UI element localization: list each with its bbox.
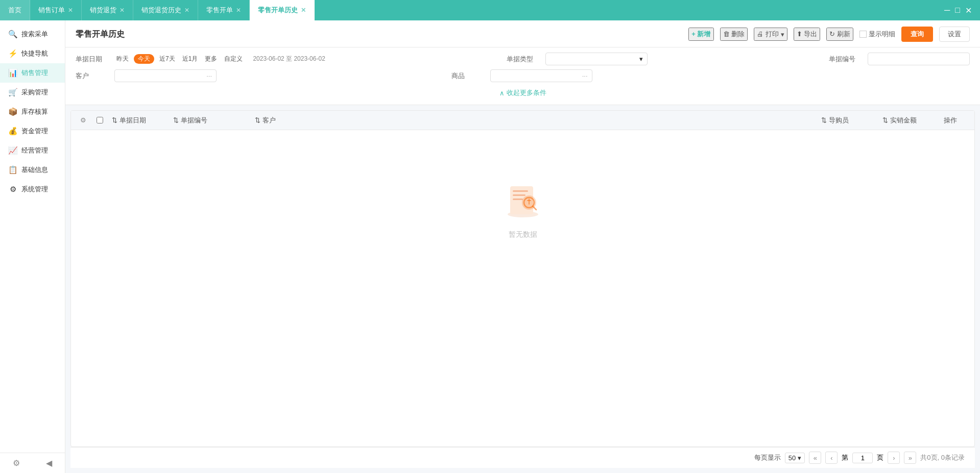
page-number-input[interactable] [852, 453, 873, 463]
tab-retail-open[interactable]: 零售开单 ✕ [198, 0, 250, 20]
table-area: ⚙ ⇅ 单据日期 ⇅ 单据编号 ⇅ 客户 ⇅ [70, 110, 975, 447]
doc-type-select[interactable]: ▾ [545, 53, 648, 65]
close-tab-sales-order[interactable]: ✕ [68, 7, 73, 14]
tab-home[interactable]: 首页 [0, 0, 30, 20]
toolbar: + 新增 🗑 删除 🖨 打印 ▾ ⬆ 导出 ↻ 刷新 [688, 27, 970, 42]
operation-icon: 📈 [8, 146, 17, 155]
page-label: 页 [877, 453, 883, 462]
query-button[interactable]: 查询 [901, 27, 933, 42]
page-title-row: 零售开单历史 + 新增 🗑 删除 🖨 打印 ▾ ⬆ 导出 [76, 27, 970, 42]
sidebar-item-finance[interactable]: 💰 资金管理 [0, 121, 65, 141]
select-all-checkbox[interactable] [91, 117, 108, 123]
sidebar-item-system[interactable]: ⚙ 系统管理 [0, 180, 65, 199]
close-tab-sales-return[interactable]: ✕ [119, 7, 125, 14]
doc-num-label: 单据编号 [829, 55, 859, 64]
sidebar-item-sales[interactable]: 📊 销售管理 [0, 63, 65, 83]
tab-bar: 首页 销售订单 ✕ 销货退货 ✕ 销货退货历史 ✕ 零售开单 ✕ 零售开单历史 … [0, 0, 944, 20]
print-arrow-icon: ▾ [781, 31, 784, 38]
delete-button[interactable]: 🗑 删除 [720, 28, 748, 41]
date-opt-more[interactable]: 更多 [203, 54, 219, 64]
date-label: 单据日期 [76, 55, 106, 64]
sidebar-bottom: ⚙ ◀ [0, 453, 65, 473]
page-title: 零售开单历史 [76, 29, 125, 40]
tab-retail-history[interactable]: 零售开单历史 ✕ [250, 0, 315, 20]
add-button[interactable]: + 新增 [688, 28, 713, 41]
close-tab-retail-history[interactable]: ✕ [301, 7, 306, 14]
svg-rect-4 [513, 198, 523, 200]
show-detail-checkbox[interactable] [859, 31, 867, 38]
close-tab-sales-return-history[interactable]: ✕ [184, 7, 189, 14]
date-opt-last1month[interactable]: 近1月 [180, 54, 200, 64]
sales-icon: 📊 [8, 68, 17, 78]
select-all-input[interactable] [97, 117, 103, 123]
filter-row-1: 单据日期 昨天 今天 近7天 近1月 更多 自定义 2023-06-02 至 2… [76, 53, 970, 65]
col-header-action: 操作 [940, 116, 970, 125]
print-button[interactable]: 🖨 打印 ▾ [754, 28, 787, 41]
date-opt-custom[interactable]: 自定义 [222, 54, 245, 64]
sidebar-item-search[interactable]: 🔍 搜索采单 [0, 24, 65, 44]
finance-icon: 💰 [8, 127, 17, 136]
page-number-label: 第 [842, 453, 848, 462]
collapse-icon: ∧ [499, 89, 505, 97]
tab-sales-return-history[interactable]: 销货退货历史 ✕ [133, 0, 198, 20]
date-opt-yesterday[interactable]: 昨天 [114, 54, 131, 64]
doc-type-label: 单据类型 [507, 55, 537, 64]
sort-customer-icon: ⇅ [255, 116, 260, 124]
tab-sales-return[interactable]: 销货退货 ✕ [82, 0, 133, 20]
col-settings-icon[interactable]: ⚙ [75, 116, 91, 124]
col-header-number[interactable]: ⇅ 单据编号 [169, 116, 251, 125]
date-range-display: 2023-06-02 至 2023-06-02 [253, 55, 325, 63]
product-select[interactable]: ··· [490, 69, 592, 82]
window-controls: ─ □ ✕ [944, 6, 980, 15]
refresh-button[interactable]: ↻ 刷新 [826, 28, 853, 41]
filter-row-2: 客户 ··· 商品 ··· [76, 69, 970, 82]
collapse-filter-btn[interactable]: ∧ 收起更多条件 [76, 86, 970, 99]
tab-sales-order[interactable]: 销售订单 ✕ [30, 0, 82, 20]
date-opt-last7[interactable]: 近7天 [157, 54, 177, 64]
export-button[interactable]: ⬆ 导出 [794, 28, 821, 41]
main-layout: 🔍 搜索采单 ⚡ 快捷导航 📊 销售管理 🛒 采购管理 📦 库存核算 💰 资金管… [0, 20, 980, 473]
page-size-value: 50 [788, 454, 796, 462]
col-header-customer[interactable]: ⇅ 客户 [251, 116, 817, 125]
sidebar-item-inventory[interactable]: 📦 库存核算 [0, 102, 65, 121]
setting-button[interactable]: 设置 [939, 27, 970, 42]
svg-rect-3 [513, 194, 525, 196]
sidebar-item-purchase[interactable]: 🛒 采购管理 [0, 83, 65, 102]
search-icon: 🔍 [8, 30, 17, 39]
basic-icon: 📋 [8, 165, 17, 175]
next-page-btn[interactable]: › [888, 452, 900, 464]
date-options: 昨天 今天 近7天 近1月 更多 自定义 [114, 54, 245, 64]
show-detail-toggle[interactable]: 显示明细 [859, 30, 895, 39]
page-header: 零售开单历史 + 新增 🗑 删除 🖨 打印 ▾ ⬆ 导出 [65, 20, 980, 47]
last-page-btn[interactable]: » [904, 452, 916, 464]
col-header-amount[interactable]: ⇅ 实销金额 [878, 116, 940, 125]
sort-num-icon: ⇅ [173, 116, 179, 124]
product-label: 商品 [451, 71, 482, 81]
empty-text: 暂无数据 [509, 230, 537, 239]
maximize-icon[interactable]: □ [955, 6, 960, 15]
customer-label: 客户 [76, 71, 106, 81]
prev-page-btn[interactable]: ‹ [825, 452, 838, 464]
doc-type-dropdown-icon: ▾ [639, 55, 643, 63]
sidebar: 🔍 搜索采单 ⚡ 快捷导航 📊 销售管理 🛒 采购管理 📦 库存核算 💰 资金管… [0, 20, 65, 473]
sidebar-item-basic[interactable]: 📋 基础信息 [0, 160, 65, 180]
page-size-select[interactable]: 50 ▾ [785, 453, 805, 463]
col-header-guide[interactable]: ⇅ 导购员 [817, 116, 878, 125]
col-header-date[interactable]: ⇅ 单据日期 [108, 116, 169, 125]
sidebar-collapse-icon[interactable]: ◀ [46, 458, 52, 468]
svg-rect-2 [513, 190, 528, 192]
purchase-icon: 🛒 [8, 88, 17, 97]
sidebar-item-quick-nav[interactable]: ⚡ 快捷导航 [0, 44, 65, 63]
customer-select[interactable]: ··· [114, 69, 217, 82]
minimize-icon[interactable]: ─ [944, 6, 950, 15]
doc-num-input[interactable] [868, 53, 970, 65]
sort-asc-icon: ⇅ [112, 116, 117, 124]
sort-guide-icon: ⇅ [821, 116, 827, 124]
sidebar-item-operation[interactable]: 📈 经营管理 [0, 141, 65, 160]
date-opt-today[interactable]: 今天 [134, 54, 154, 64]
system-icon: ⚙ [8, 185, 17, 194]
close-tab-retail-open[interactable]: ✕ [236, 7, 241, 14]
window-close-icon[interactable]: ✕ [965, 6, 972, 15]
sidebar-settings-icon[interactable]: ⚙ [13, 458, 20, 468]
first-page-btn[interactable]: « [809, 452, 821, 464]
